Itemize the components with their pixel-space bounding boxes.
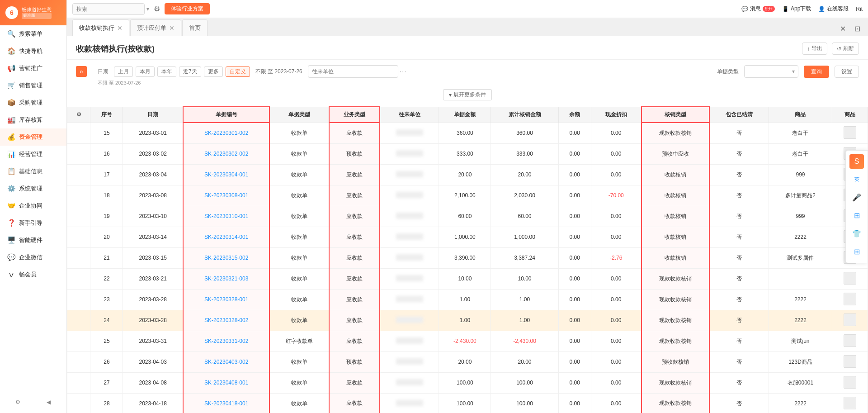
cell-bill_no-row0[interactable]: SK-20230301-002 <box>183 123 270 143</box>
cell-unit-row2 <box>380 164 439 185</box>
tab-expand-btn[interactable]: ⊡ <box>852 23 863 34</box>
cell-bill_no-row6[interactable]: SK-20230315-002 <box>183 247 270 268</box>
sidebar-item-operation[interactable]: 📊经营管理 <box>0 146 66 163</box>
cell-bill_no-row12[interactable]: SK-20230408-001 <box>183 372 270 393</box>
cell-bill_type-row13: 收款单 <box>269 393 329 413</box>
tab-close-prepay[interactable]: ✕ <box>169 24 175 32</box>
sidebar-item-quick[interactable]: 🏠快捷导航 <box>0 43 66 60</box>
date-btn-上月[interactable]: 上月 <box>114 66 133 77</box>
tab-close-all-btn[interactable]: ✕ <box>837 23 848 34</box>
topbar-search-input[interactable] <box>72 3 145 15</box>
link-bill_no-row8[interactable]: SK-20230328-001 <box>204 296 248 303</box>
float-mic-btn[interactable]: 🎤 <box>849 190 864 205</box>
industry-btn[interactable]: 体验行业方案 <box>165 3 210 14</box>
cell-bill_no-row9[interactable]: SK-20230328-002 <box>183 310 270 331</box>
float-shirt-btn[interactable]: 👕 <box>849 227 864 241</box>
date-btn-更多[interactable]: 更多 <box>204 66 223 77</box>
cell-bill_no-row7[interactable]: SK-20230321-003 <box>183 268 270 289</box>
sidebar-icon-marketing: 📢 <box>7 64 15 72</box>
msg-btn[interactable]: 💬 消息 99+ <box>741 5 775 13</box>
col-settings-icon[interactable]: ⚙ <box>76 111 81 118</box>
sidebar-item-basic[interactable]: 📋基础信息 <box>0 163 66 180</box>
date-btn-近7天[interactable]: 近7天 <box>179 66 201 77</box>
float-s-btn[interactable]: S <box>849 154 864 169</box>
link-bill_no-row0[interactable]: SK-20230301-002 <box>204 130 248 136</box>
type-select[interactable] <box>744 65 798 78</box>
tab-prepay[interactable]: 预计应付单✕ <box>130 19 181 36</box>
filter-toggle-btn[interactable]: » <box>76 66 87 77</box>
float-en-btn[interactable]: 英 <box>849 172 864 187</box>
sidebar-settings-btn[interactable]: ⚙ <box>5 396 32 408</box>
export-btn[interactable]: ↑ 导出 <box>802 43 827 55</box>
tab-close-collection[interactable]: ✕ <box>117 24 123 32</box>
date-btn-本月[interactable]: 本月 <box>136 66 155 77</box>
sidebar-item-guide[interactable]: ❓新手引导 <box>0 214 66 232</box>
sidebar-item-inventory[interactable]: 🏭库存核算 <box>0 111 66 128</box>
sidebar-item-marketing[interactable]: 📢营销推广 <box>0 60 66 77</box>
date-custom-btn[interactable]: 自定义 <box>226 66 250 77</box>
cell-unit-row7 <box>380 268 439 289</box>
link-bill_no-row1[interactable]: SK-20230302-002 <box>204 151 248 157</box>
link-bill_no-row13[interactable]: SK-20230418-001 <box>204 400 248 407</box>
cell-bill_no-row4[interactable]: SK-20230310-001 <box>183 206 270 227</box>
cell-bill_no-row3[interactable]: SK-20230308-001 <box>183 185 270 206</box>
link-bill_no-row7[interactable]: SK-20230321-003 <box>204 275 248 282</box>
cell-verify_type-row13: 现款收款核销 <box>642 393 710 413</box>
main-area: ▾ ⚙ 体验行业方案 💬 消息 99+ 📱 App下载 👤 在线客服 Rit 收… <box>67 0 868 413</box>
cell-settings-row0 <box>67 123 90 143</box>
dots-icon[interactable]: ··· <box>400 68 407 75</box>
sidebar-item-member[interactable]: V畅会员 <box>0 266 66 283</box>
cell-include_cleared-row11: 否 <box>709 351 769 372</box>
query-btn[interactable]: 查询 <box>804 66 829 78</box>
sidebar-item-hardware[interactable]: 🖥️智能硬件 <box>0 232 66 249</box>
date-label: 日期 <box>98 68 108 76</box>
cell-verified-row7: 10.00 <box>491 268 558 289</box>
cell-date-row10: 2023-03-31 <box>123 331 183 351</box>
sidebar-item-purchase[interactable]: 📦采购管理 <box>0 94 66 111</box>
tab-collection[interactable]: 收款核销执行✕ <box>72 19 129 36</box>
filter-setting-btn[interactable]: 设置 <box>835 66 859 78</box>
sidebar-collapse-btn[interactable]: ◀ <box>35 396 62 408</box>
service-btn[interactable]: 👤 在线客服 <box>818 5 849 13</box>
sidebar-item-sales[interactable]: 🛒销售管理 <box>0 77 66 94</box>
sidebar-icon-quick: 🏠 <box>7 47 15 55</box>
cell-bill_no-row2[interactable]: SK-20230304-001 <box>183 164 270 185</box>
sidebar-item-enterprise[interactable]: 🤝企业协同 <box>0 197 66 214</box>
expand-more-btn[interactable]: ▾ 展开更多条件 <box>443 89 492 100</box>
username-label[interactable]: Rit <box>856 6 863 12</box>
topbar-gear-icon[interactable]: ⚙ <box>151 3 163 15</box>
cell-bill_no-row5[interactable]: SK-20230314-001 <box>183 227 270 247</box>
cell-amount-row6: 3,390.00 <box>439 247 491 268</box>
sidebar-item-search[interactable]: 🔍搜索菜单 <box>0 25 66 43</box>
link-bill_no-row12[interactable]: SK-20230408-001 <box>204 380 248 386</box>
link-bill_no-row11[interactable]: SK-20230403-002 <box>204 359 248 365</box>
cell-bill_no-row10[interactable]: SK-20230331-002 <box>183 331 270 351</box>
cell-bill_no-row8[interactable]: SK-20230328-001 <box>183 289 270 310</box>
tab-home[interactable]: 首页 <box>182 19 208 36</box>
cell-verified-row0: 360.00 <box>491 123 558 143</box>
sidebar-item-wechat[interactable]: 💬企业微信 <box>0 249 66 266</box>
link-bill_no-row2[interactable]: SK-20230304-001 <box>204 171 248 178</box>
link-bill_no-row6[interactable]: SK-20230315-002 <box>204 255 248 261</box>
sidebar-item-finance[interactable]: 💰资金管理 <box>0 128 66 146</box>
cell-bill_no-row1[interactable]: SK-20230302-002 <box>183 143 270 164</box>
float-grid-btn[interactable]: ⊞ <box>849 209 864 223</box>
refresh-btn[interactable]: ↺ 刷新 <box>832 43 859 55</box>
sidebar-item-system[interactable]: ⚙️系统管理 <box>0 180 66 197</box>
link-bill_no-row5[interactable]: SK-20230314-001 <box>204 234 248 240</box>
col-header-no: 序号 <box>90 107 123 123</box>
cell-include_cleared-row8: 否 <box>709 289 769 310</box>
link-bill_no-row4[interactable]: SK-20230310-001 <box>204 213 248 219</box>
unit-input[interactable] <box>308 65 398 78</box>
link-bill_no-row9[interactable]: SK-20230328-002 <box>204 317 248 323</box>
cell-amount-row2: 20.00 <box>439 164 491 185</box>
link-bill_no-row10[interactable]: SK-20230331-002 <box>204 338 248 344</box>
cell-biz_type-row0: 应收款 <box>329 123 380 143</box>
float-apps-btn[interactable]: ⊞ <box>849 245 864 259</box>
cell-bill_no-row13[interactable]: SK-20230418-001 <box>183 393 270 413</box>
cell-bill_no-row11[interactable]: SK-20230403-002 <box>183 351 270 372</box>
link-bill_no-row3[interactable]: SK-20230308-001 <box>204 192 248 199</box>
date-btn-本年[interactable]: 本年 <box>157 66 176 77</box>
app-download-btn[interactable]: 📱 App下载 <box>782 5 811 13</box>
cell-balance-row4: 0.00 <box>558 206 591 227</box>
